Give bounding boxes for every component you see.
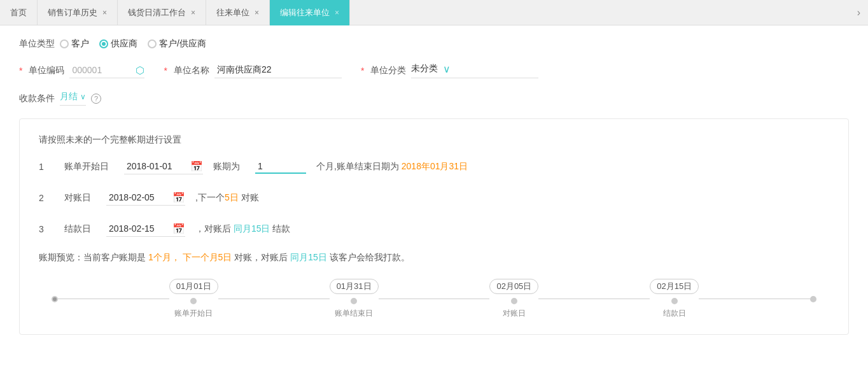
category-chevron-icon: ∨ — [443, 63, 451, 75]
reconcile-date-input-wrapper: 📅 — [106, 190, 185, 206]
unit-name-label: 单位名称 — [174, 65, 209, 76]
payment-terms-group: 收款条件 月结 ∨ ? — [19, 91, 101, 106]
end-date-highlight: 2018年01月31日 — [402, 161, 468, 171]
preview-1: 1个月， — [148, 252, 180, 262]
payment-terms-select[interactable]: 月结 ∨ — [60, 91, 86, 106]
timeline-node-2: 01月31日 账单结束日 — [330, 279, 379, 319]
preview-text: 账期预览：当前客户账期是 1个月， 下一个月5日 对账，对账后 同月15日 该客… — [39, 252, 829, 264]
unit-type-group: 单位类型 客户 供应商 客户/供应商 — [19, 38, 206, 50]
main-content: 单位类型 客户 供应商 客户/供应商 * 单位编码 — [0, 25, 868, 387]
preview-3: 对账，对账后 — [234, 252, 288, 262]
required-star: * — [19, 66, 22, 76]
timeline-dot-1 — [190, 298, 197, 304]
payment-highlight: 同月15日 — [234, 223, 270, 234]
unit-type-row: 单位类型 客户 供应商 客户/供应商 — [19, 38, 849, 50]
setting-row-1: 1 账单开始日 📅 账期为 个月,账单结束日期为 2018年01月31日 — [39, 158, 829, 174]
timeline-node-label-4: 结款日 — [663, 308, 686, 319]
timeline-dot-2 — [351, 298, 357, 304]
start-date-input-wrapper: 📅 — [124, 158, 203, 174]
timeline-node-3: 02月05日 对账日 — [489, 279, 538, 319]
timeline-badge-3: 02月05日 — [489, 279, 538, 294]
unit-code-input-wrapper: ⬡ — [69, 62, 144, 78]
radio-supplier-circle — [99, 39, 108, 48]
preview-4: 同月15日 — [290, 252, 327, 262]
payment-terms-row: 收款条件 月结 ∨ ? — [19, 91, 849, 106]
unit-code-group: * 单位编码 ⬡ — [19, 62, 144, 78]
payment-date-input[interactable] — [106, 221, 170, 236]
radio-both[interactable]: 客户/供应商 — [148, 38, 206, 50]
timeline-node-1: 01月01日 账单开始日 — [169, 279, 218, 319]
unit-category-label: 单位分类 — [370, 65, 406, 76]
setting-label-reconcile: 对账日 — [64, 192, 91, 204]
unit-category-group: * 单位分类 未分类 ∨ — [361, 63, 538, 78]
tab-edit-partner[interactable]: 编辑往来单位 × — [270, 0, 350, 25]
step-1: 1 — [39, 162, 54, 172]
radio-supplier-label: 供应商 — [111, 38, 137, 50]
timeline-line-4 — [538, 299, 650, 299]
help-icon[interactable]: ? — [91, 94, 101, 104]
close-icon[interactable]: × — [191, 8, 195, 17]
setting-label-payment: 结款日 — [64, 223, 91, 235]
reconcile-date-calendar-icon[interactable]: 📅 — [172, 192, 185, 204]
timeline-end-dot — [810, 296, 816, 302]
radio-both-label: 客户/供应商 — [159, 38, 206, 50]
tab-bar: 首页 销售订单历史 × 钱货日清工作台 × 往来单位 × 编辑往来单位 × › — [0, 0, 868, 25]
timeline-dot-4 — [671, 298, 678, 304]
period-suffix: 个月,账单结束日期为 2018年01月31日 — [316, 161, 468, 172]
timeline-badge-1: 01月01日 — [169, 279, 218, 294]
period-input[interactable] — [255, 160, 306, 174]
timeline-dot-3 — [511, 298, 517, 304]
copy-icon[interactable]: ⬡ — [136, 64, 144, 76]
unit-type-label: 单位类型 — [19, 38, 55, 50]
tab-edit-partner-label: 编辑往来单位 — [280, 7, 330, 18]
timeline-node-label-3: 对账日 — [503, 308, 526, 319]
setting-label-start: 账单开始日 — [64, 161, 109, 172]
unit-name-input[interactable] — [214, 62, 342, 78]
unit-category-select[interactable]: 未分类 ∨ — [411, 63, 538, 78]
tab-cash-ledger[interactable]: 钱货日清工作台 × — [118, 0, 206, 25]
radio-customer[interactable]: 客户 — [60, 38, 89, 50]
close-icon[interactable]: × — [335, 8, 339, 17]
settings-title: 请按照未来的一个完整帐期进行设置 — [39, 134, 829, 146]
preview-label: 账期预览：当前客户账期是 — [39, 252, 146, 262]
timeline-badge-4: 02月15日 — [650, 279, 699, 294]
setting-row-3: 3 结款日 📅 ，对账后 同月15日 结款 — [39, 221, 829, 237]
radio-both-circle — [148, 39, 157, 48]
tab-home[interactable]: 首页 — [0, 0, 38, 25]
preview-2: 下一个月5日 — [183, 252, 232, 262]
timeline-node-label-1: 账单开始日 — [174, 308, 213, 319]
radio-customer-label: 客户 — [71, 38, 89, 50]
unit-category-value: 未分类 — [411, 63, 438, 74]
tab-more-button[interactable]: › — [850, 7, 868, 18]
tab-sales-order-history[interactable]: 销售订单历史 × — [38, 0, 118, 25]
start-date-input[interactable] — [124, 158, 188, 174]
setting-row-2: 2 对账日 📅 ,下一个5日 对账 — [39, 190, 829, 206]
tab-sales-order-history-label: 销售订单历史 — [48, 7, 97, 18]
chevron-down-icon: ∨ — [80, 92, 86, 101]
tab-partner-units[interactable]: 往来单位 × — [206, 0, 270, 25]
start-date-calendar-icon[interactable]: 📅 — [190, 160, 203, 172]
close-icon[interactable]: × — [255, 8, 259, 17]
timeline-node-label-2: 账单结束日 — [335, 308, 373, 319]
reconcile-highlight: 5日 — [225, 192, 239, 202]
timeline-line-5 — [699, 299, 810, 299]
payment-date-input-wrapper: 📅 — [106, 221, 185, 237]
radio-customer-circle — [60, 39, 69, 48]
close-icon[interactable]: × — [102, 8, 107, 17]
settings-box: 请按照未来的一个完整帐期进行设置 1 账单开始日 📅 账期为 个月,账单结束日期… — [19, 118, 849, 335]
tab-cash-ledger-label: 钱货日清工作台 — [128, 7, 186, 18]
reconcile-date-input[interactable] — [106, 190, 170, 205]
payment-date-calendar-icon[interactable]: 📅 — [172, 223, 185, 235]
required-star-2: * — [164, 66, 167, 76]
unit-code-input[interactable] — [69, 62, 133, 78]
radio-supplier[interactable]: 供应商 — [99, 38, 137, 50]
step-3: 3 — [39, 224, 54, 234]
unit-code-label: 单位编码 — [29, 65, 64, 76]
required-star-3: * — [361, 66, 364, 76]
tab-partner-units-label: 往来单位 — [216, 7, 249, 18]
period-label: 账期为 — [213, 161, 240, 172]
timeline: 01月01日 账单开始日 01月31日 账单结束日 02月05日 对账日 02月… — [39, 279, 829, 319]
timeline-start-dot — [52, 296, 58, 302]
timeline-line-2 — [218, 299, 330, 299]
tab-home-label: 首页 — [10, 7, 27, 18]
